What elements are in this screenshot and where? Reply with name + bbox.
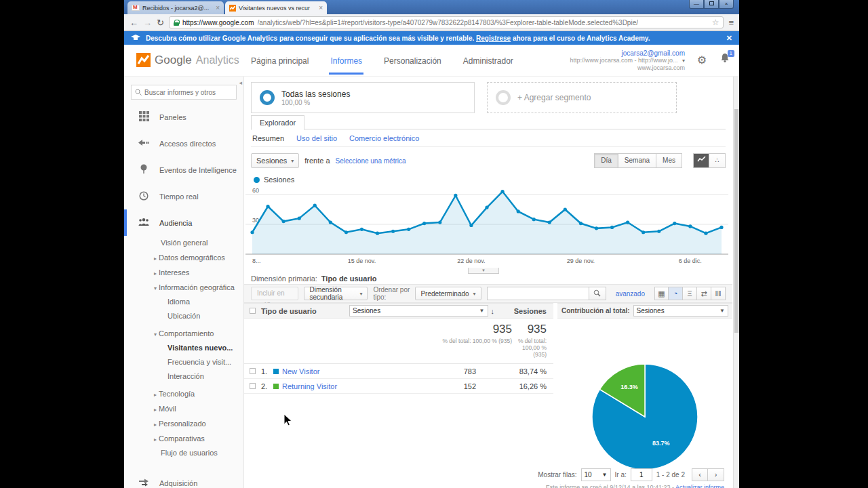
- granularity-month-button[interactable]: Mes: [656, 153, 682, 168]
- select-all-checkbox[interactable]: [250, 308, 256, 314]
- logo-analytics-text: Analytics: [196, 54, 239, 66]
- pie-view-icon[interactable]: ◔: [669, 287, 683, 300]
- row-label-link[interactable]: Returning Visitor: [282, 382, 337, 390]
- sidebar-item-audiencia[interactable]: Audiencia: [124, 209, 243, 236]
- sidebar-item-accesos-directos[interactable]: Accesos directos: [124, 130, 243, 157]
- browser-tab-analytics[interactable]: Visitantes nuevos vs recur ×: [225, 1, 327, 14]
- scrollbar[interactable]: [733, 77, 739, 488]
- nav-pagina-principal[interactable]: Página principal: [250, 46, 310, 75]
- bookmark-star-icon[interactable]: ☆: [712, 18, 719, 27]
- select-metric-link[interactable]: Seleccione una métrica: [336, 157, 406, 165]
- sort-descending-icon[interactable]: ↓: [491, 307, 495, 315]
- motion-chart-icon[interactable]: ∴: [709, 153, 726, 168]
- sidebar-item-vision-general[interactable]: Visión general: [124, 236, 243, 250]
- svg-text:29 de nov.: 29 de nov.: [567, 258, 595, 264]
- sidebar-item-movil[interactable]: ▸Móvil: [124, 401, 243, 416]
- scrollbar-thumb[interactable]: [734, 109, 738, 333]
- banner-register-link[interactable]: Registrese: [476, 35, 511, 42]
- sidebar-item-adquisicion[interactable]: Adquisición: [124, 470, 243, 488]
- search-input[interactable]: [144, 89, 233, 96]
- sidebar-item-comparativas[interactable]: ▸Comparativas: [124, 431, 243, 446]
- sidebar-item-interaccion[interactable]: Interacción: [124, 369, 243, 384]
- url-bar[interactable]: https://www.google.com /analytics/web/?h…: [169, 16, 724, 28]
- row-label-link[interactable]: New Visitor: [282, 367, 319, 375]
- sidebar-item-intereses[interactable]: ▸Intereses: [124, 265, 243, 280]
- line-chart-icon[interactable]: [693, 153, 709, 168]
- metric-dropdown[interactable]: Sesiones ▾: [251, 153, 299, 168]
- add-segment-button[interactable]: + Agregar segmento: [487, 82, 677, 113]
- sidebar-item-datos-demograficos[interactable]: ▸Datos demográficos: [124, 250, 243, 265]
- refresh-report-link[interactable]: Actualizar informe: [675, 484, 724, 488]
- next-page-button[interactable]: ›: [708, 468, 724, 481]
- sidebar-item-paneles[interactable]: Paneles: [124, 104, 243, 130]
- rows-per-page-select[interactable]: 10▼: [581, 468, 611, 481]
- maximize-button[interactable]: [704, 0, 719, 9]
- sidebar-item-frecuencia[interactable]: Frecuencia y visit...: [124, 355, 243, 369]
- nav-informes[interactable]: Informes: [329, 46, 363, 75]
- tab-explorador[interactable]: Explorador: [251, 115, 304, 130]
- row-checkbox[interactable]: [250, 368, 256, 374]
- url-path: /analytics/web/?hl=es&pli=1#report/visit…: [258, 19, 638, 26]
- sidebar-search[interactable]: [131, 85, 237, 100]
- subnav-comercio[interactable]: Comercio electrónico: [349, 134, 419, 142]
- sidebar-item-eventos-intelligence[interactable]: Eventos de Intelligence: [124, 157, 243, 183]
- plot-rows-button[interactable]: Incluir en gráfico: [251, 287, 298, 300]
- chrome-menu-icon[interactable]: ≡: [728, 18, 734, 28]
- account-property: http://www.jocarsa.com - http://www.jo..…: [570, 57, 677, 64]
- sort-type-dropdown[interactable]: Predeterminado ▾: [415, 287, 481, 300]
- sidebar-collapse-icon[interactable]: ◂: [239, 79, 242, 86]
- secondary-dimension-dropdown[interactable]: Dimensión secundaria ▾: [304, 287, 368, 300]
- nav-administrador[interactable]: Administrador: [462, 46, 515, 75]
- granularity-day-button[interactable]: Día: [594, 153, 618, 168]
- sidebar-item-personalizado[interactable]: ▸Personalizado: [124, 416, 243, 431]
- sidebar-item-informacion-geografica[interactable]: ▾Información geográfica: [124, 280, 243, 295]
- column-metric-select[interactable]: Sesiones ▼: [349, 305, 488, 317]
- sidebar-item-flujo-usuarios[interactable]: Flujo de usuarios: [124, 446, 243, 460]
- row-color-square: [273, 384, 279, 389]
- account-switcher[interactable]: jocarsa2@gmail.com http://www.jocarsa.co…: [570, 49, 685, 72]
- tab-close-icon[interactable]: ×: [216, 4, 220, 12]
- table-search-input[interactable]: [487, 287, 589, 300]
- sidebar-item-ubicacion[interactable]: Ubicación: [124, 309, 243, 323]
- segment-all-sessions[interactable]: Todas las sesiones 100,00 %: [251, 82, 475, 113]
- row-checkbox[interactable]: [250, 383, 256, 389]
- prev-page-button[interactable]: ‹: [692, 468, 708, 481]
- sessions-line-chart[interactable]: 30608...15 de nov.22 de nov.29 de nov.6 …: [245, 185, 728, 266]
- advanced-link[interactable]: avanzado: [616, 290, 645, 298]
- sidebar-item-idioma[interactable]: Idioma: [124, 295, 243, 309]
- analytics-logo[interactable]: Google Analytics: [136, 53, 239, 67]
- sessions-pie-chart[interactable]: 83.7%16.3%: [587, 359, 703, 474]
- dimension-tipo-usuario[interactable]: Tipo de usuario: [321, 274, 377, 283]
- banner-close-icon[interactable]: ✕: [726, 34, 732, 43]
- browser-tab-gmail[interactable]: Recibidos - jocarsa2@... ×: [127, 1, 224, 14]
- column-sesiones-pct[interactable]: Sesiones: [497, 307, 553, 315]
- pivot-view-icon[interactable]: ǁǁ: [711, 287, 726, 300]
- tab-close-icon[interactable]: ×: [319, 4, 323, 12]
- subnav-uso-del-sitio[interactable]: Uso del sitio: [296, 134, 337, 142]
- forward-icon[interactable]: →: [143, 18, 152, 28]
- performance-view-icon[interactable]: Ξ: [683, 287, 697, 300]
- gear-icon[interactable]: ⚙: [697, 54, 707, 66]
- notifications-bell[interactable]: 1: [720, 53, 730, 66]
- close-button[interactable]: ×: [719, 0, 734, 9]
- nav-personalizacion[interactable]: Personalización: [382, 46, 443, 75]
- comparison-view-icon[interactable]: ⇄: [697, 287, 711, 300]
- chart-expand-handle[interactable]: ▼: [468, 268, 499, 274]
- subnav-resumen[interactable]: Resumen: [252, 134, 284, 142]
- sidebar-item-comportamiento[interactable]: ▾Comportamiento: [124, 326, 243, 341]
- contribution-select[interactable]: Sesiones ▼: [633, 305, 728, 317]
- sidebar-item-visitantes-nuevos[interactable]: Visitantes nuevo...: [124, 341, 243, 355]
- table-search-button[interactable]: [589, 287, 606, 300]
- reload-icon[interactable]: ↻: [157, 18, 164, 28]
- goto-page-input[interactable]: [631, 468, 652, 481]
- sidebar-item-tiempo-real[interactable]: Tiempo real: [124, 183, 243, 209]
- table-row: 2. Returning Visitor 152 16,26 %: [244, 379, 553, 394]
- table-view-icon[interactable]: ▦: [654, 287, 669, 300]
- back-icon[interactable]: ←: [130, 18, 138, 28]
- chevron-down-icon: ▼: [479, 308, 485, 314]
- column-tipo-usuario[interactable]: Tipo de usuario: [261, 307, 349, 315]
- granularity-week-button[interactable]: Semana: [618, 153, 656, 168]
- sidebar-item-tecnologia[interactable]: ▸Tecnología: [124, 386, 243, 401]
- minimize-button[interactable]: —: [689, 0, 704, 9]
- page-range: 1 - 2 de 2: [656, 471, 685, 479]
